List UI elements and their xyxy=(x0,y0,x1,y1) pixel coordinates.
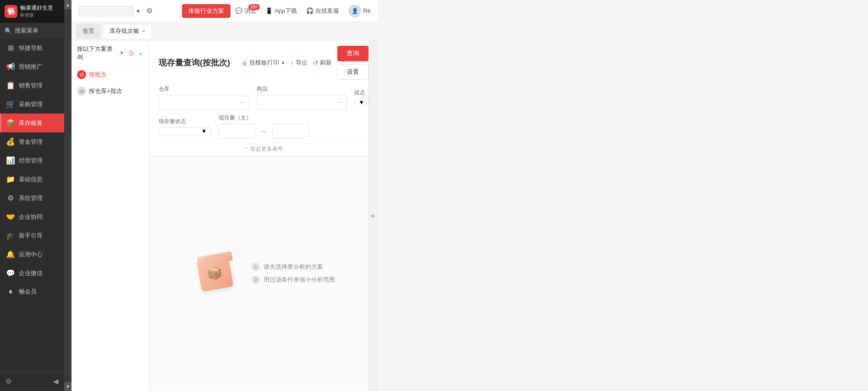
plan-batch[interactable]: ⊙ 按批次 xyxy=(71,66,149,83)
nav-icon-finance: 💰 xyxy=(6,137,15,146)
sidebar-item-enterprise[interactable]: 🤝企业协同 xyxy=(0,207,64,226)
status-label: 状态 xyxy=(354,89,368,97)
topbar-search-input[interactable] xyxy=(79,5,134,16)
inv-status-dropdown-icon: ▼ xyxy=(201,128,207,135)
query-btn[interactable]: 查询 xyxy=(337,46,368,61)
filter-product-group: 商品 ··· xyxy=(257,85,347,109)
sidebar-item-operation[interactable]: 📊经营管理 xyxy=(0,151,64,170)
page-actions: 🖨 按模板打印 ▼ ↑ 导出 ↺ 刷新 查询 xyxy=(242,46,368,80)
add-plan-btn[interactable]: + xyxy=(118,48,125,59)
nav-icon-operation: 📊 xyxy=(6,156,15,165)
sidebar-item-shortcut[interactable]: ⊞快捷导航 xyxy=(0,38,64,57)
scroll-down-btn[interactable]: ▼ xyxy=(64,382,71,391)
topbar-gear-btn[interactable]: ⚙ xyxy=(143,4,156,18)
nav-icon-newbie: 🎓 xyxy=(6,231,15,240)
product-more-btn[interactable]: ··· xyxy=(338,98,343,106)
plan-settings-btn[interactable]: ⊙ xyxy=(128,48,135,59)
settings-action-btn[interactable]: 设置 xyxy=(337,64,368,80)
tab-close-btn[interactable]: × xyxy=(142,28,145,34)
left-panel-header: 按以下方案查询 + ⊙ « xyxy=(71,40,149,66)
nav-label-purchase: 采购管理 xyxy=(19,100,43,109)
right-close-icon: ▶ xyxy=(371,212,375,219)
sidebar-item-member[interactable]: ♦畅会员 xyxy=(0,282,64,301)
inv-main-to-input[interactable] xyxy=(272,124,309,138)
nav-label-marketing: 营销推广 xyxy=(19,63,43,71)
empty-text: 1 请先选择要分析的方案 2 用过滤条件来缩小分析范围 xyxy=(252,263,335,284)
warehouse-more-btn[interactable]: ··· xyxy=(240,98,245,106)
trial-btn[interactable]: 体验行业方案 xyxy=(182,4,231,18)
export-btn[interactable]: ↑ 导出 xyxy=(291,59,308,67)
plan-warehouse-batch[interactable]: ⊙ 按仓库+批次 xyxy=(71,83,149,99)
empty-illustration: 📦 xyxy=(192,250,238,296)
sidebar-settings-btn[interactable]: ⚙ xyxy=(5,376,12,386)
sidebar-item-inventory[interactable]: 📦库存核算 xyxy=(0,114,64,132)
warehouse-label: 仓库 xyxy=(159,85,249,93)
export-label: 导出 xyxy=(296,59,308,67)
main-area: ▾ ⚙ 体验行业方案 💬 消息 99+ 📱 App下载 🎧 在线客服 👤 xyxy=(71,0,378,391)
filter-inv-status-group: 现存量状态 ▼ xyxy=(159,118,211,135)
app-download-btn[interactable]: 📱 App下载 xyxy=(265,7,297,15)
left-panel-title: 按以下方案查询 xyxy=(77,45,118,61)
sidebar-item-basic[interactable]: 📁基础信息 xyxy=(0,170,64,189)
topbar-dropdown-btn[interactable]: ▾ xyxy=(137,7,140,15)
page-title: 现存量查询(按批次) xyxy=(159,57,230,68)
sidebar: 畅 畅康通好生意 标准版 🔍 搜索菜单 ⊞快捷导航📢营销推广📋销售管理🛒采购管理… xyxy=(0,0,64,391)
right-side-close[interactable]: ▶ xyxy=(368,40,378,391)
tab-batch[interactable]: 库存批次账 × xyxy=(103,24,152,38)
plan-warehouse-icon: ⊙ xyxy=(77,87,86,96)
refresh-btn[interactable]: ↺ 刷新 xyxy=(313,59,332,67)
sidebar-item-marketing[interactable]: 📢营销推广 xyxy=(0,57,64,76)
inv-main-from-input[interactable] xyxy=(219,124,255,138)
sidebar-item-finance[interactable]: 💰资金管理 xyxy=(0,132,64,151)
filter-status-group: 状态 ▼ xyxy=(354,89,368,106)
sidebar-item-wechat[interactable]: 💬企业微信 xyxy=(0,264,64,282)
nav-label-inventory: 库存核算 xyxy=(19,119,43,127)
print-template-btn[interactable]: 🖨 按模板打印 ▼ xyxy=(242,59,286,67)
product-label: 商品 xyxy=(257,85,347,93)
plan-batch-icon: ⊙ xyxy=(77,70,86,79)
user-avatar-area[interactable]: 👤 Rit xyxy=(348,5,370,17)
warehouse-input[interactable] xyxy=(163,99,240,106)
empty-step-1: 1 请先选择要分析的方案 xyxy=(252,263,335,271)
sidebar-search-menu[interactable]: 🔍 搜索菜单 xyxy=(0,23,64,38)
empty-step-2: 2 用过滤条件来缩小分析范围 xyxy=(252,276,335,284)
nav-label-enterprise: 企业协同 xyxy=(19,213,43,221)
avatar: 👤 xyxy=(348,5,361,17)
nav-icon-system: ⚙ xyxy=(6,194,15,202)
inv-status-select[interactable]: ▼ xyxy=(159,127,211,135)
tab-batch-label: 库存批次账 xyxy=(110,27,139,35)
sidebar-item-system[interactable]: ⚙系统管理 xyxy=(0,189,64,207)
collapse-left-btn[interactable]: « xyxy=(138,48,143,59)
sidebar-item-sales[interactable]: 📋销售管理 xyxy=(0,76,64,95)
nav-icon-marketing: 📢 xyxy=(6,62,15,71)
messages-btn[interactable]: 💬 消息 99+ xyxy=(235,7,256,15)
nav-icon-inventory: 📦 xyxy=(6,119,15,127)
tab-home[interactable]: 首页 xyxy=(76,24,101,38)
online-service-btn[interactable]: 🎧 在线客服 xyxy=(306,7,339,15)
print-icon: 🖨 xyxy=(242,60,247,66)
plan-batch-label: 按批次 xyxy=(89,71,107,79)
sidebar-item-appstore[interactable]: 🔔应用中心 xyxy=(0,245,64,264)
inv-main-dash: — xyxy=(257,128,270,135)
nav-icon-enterprise: 🤝 xyxy=(6,212,15,221)
filter-row-1: 仓库 ··· 商品 ··· xyxy=(159,85,368,109)
scroll-up-btn[interactable]: ▲ xyxy=(64,0,71,9)
product-input[interactable] xyxy=(261,99,338,106)
company-name: 畅康通好生意 xyxy=(20,5,53,12)
status-select[interactable]: ▼ xyxy=(354,98,368,106)
nav-icon-basic: 📁 xyxy=(6,175,15,184)
nav-icon-shortcut: ⊞ xyxy=(6,43,15,52)
sidebar-item-newbie[interactable]: 🎓新手引导 xyxy=(0,226,64,245)
topbar: ▾ ⚙ 体验行业方案 💬 消息 99+ 📱 App下载 🎧 在线客服 👤 xyxy=(71,0,378,22)
nav-label-system: 系统管理 xyxy=(19,194,43,202)
collapse-btn[interactable]: ⌃ 收起更多条件 xyxy=(244,145,283,153)
refresh-icon: ↺ xyxy=(313,60,318,66)
search-label: 搜索菜单 xyxy=(15,27,38,35)
print-label: 按模板打印 xyxy=(249,59,279,67)
status-dropdown-icon: ▼ xyxy=(358,99,364,106)
headset-icon: 🎧 xyxy=(306,7,313,14)
right-panel: 现存量查询(按批次) 🖨 按模板打印 ▼ ↑ 导出 ↺ xyxy=(149,40,378,391)
collapse-row: ⌃ 收起更多条件 xyxy=(159,143,368,155)
sidebar-item-purchase[interactable]: 🛒采购管理 xyxy=(0,95,64,114)
sidebar-toggle-btn[interactable]: ◀ xyxy=(52,376,60,386)
